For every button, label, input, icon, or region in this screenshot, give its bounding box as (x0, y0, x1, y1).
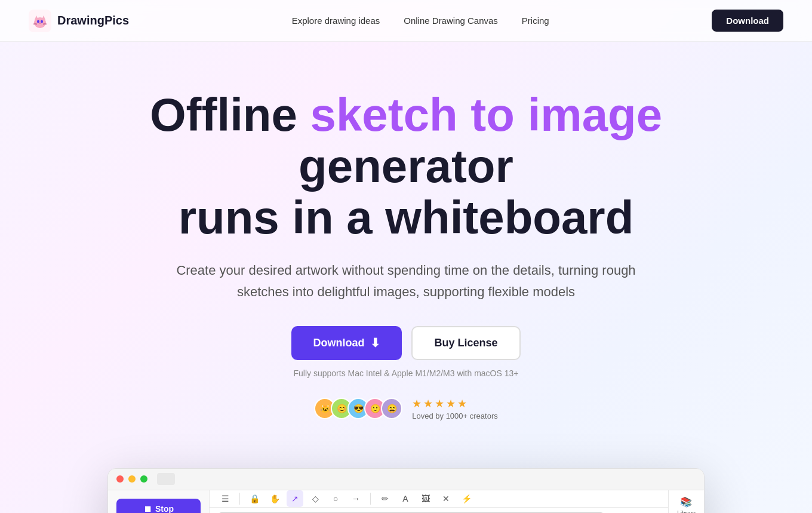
toolbar-circle-icon[interactable]: ○ (327, 490, 344, 507)
app-right-panel: 📚 Library (668, 490, 704, 513)
titlebar-close-dot (116, 475, 124, 483)
hero-title-plain: Offline (150, 88, 310, 141)
toolbar-lock-icon[interactable]: 🔒 (246, 490, 263, 507)
hero-download-button[interactable]: Download ⬇ (291, 326, 402, 360)
navbar: DrawingPics Explore drawing ideas Online… (0, 0, 812, 42)
app-sidebar: ⏹ Stop Mode ⓘ Draw Fast Aa ○ ∿∿∿ (108, 490, 210, 513)
nav-canvas[interactable]: Online Drawing Canvas (404, 16, 498, 26)
hero-subtitle: Create your desired artwork without spen… (173, 260, 639, 302)
toolbar-sep-1 (239, 493, 240, 505)
toolbar-arrow-icon[interactable]: → (347, 490, 364, 507)
hero-section: Offline sketch to image generator runs i… (0, 42, 812, 444)
toolbar-select-icon[interactable]: ↗ (287, 490, 303, 507)
svg-point-5 (41, 20, 43, 23)
nav-pricing[interactable]: Pricing (522, 16, 549, 26)
nav-links: Explore drawing ideas Online Drawing Can… (292, 16, 549, 26)
stop-icon: ⏹ (143, 504, 152, 513)
toolbar-pen-icon[interactable]: ✏ (377, 490, 393, 507)
toolbar-hand-icon[interactable]: ✋ (266, 490, 283, 507)
stop-button[interactable]: ⏹ Stop (116, 499, 201, 513)
star-rating: ★ ★ ★ ★ ★ (412, 397, 467, 410)
app-titlebar (108, 469, 704, 490)
nav-download-button[interactable]: Download (712, 10, 783, 32)
prompt-bar: a white cat ⚙ Manual (210, 508, 668, 513)
titlebar-icon (157, 473, 175, 485)
toolbar-text-icon[interactable]: A (397, 490, 414, 507)
svg-point-6 (39, 23, 41, 24)
stars-loved: ★ ★ ★ ★ ★ Loved by 1000+ creators (412, 397, 497, 420)
titlebar-minimize-dot (128, 475, 136, 483)
download-label: Download (313, 337, 364, 349)
app-body: ⏹ Stop Mode ⓘ Draw Fast Aa ○ ∿∿∿ ☰ (108, 490, 704, 513)
toolbar-sep-2 (370, 493, 371, 505)
hero-title-line3: runs in a whiteboard (179, 191, 634, 244)
stop-label: Stop (155, 504, 174, 513)
toolbar-lightning-icon[interactable]: ⚡ (458, 490, 475, 507)
titlebar-maximize-dot (140, 475, 147, 483)
library-icon: 📚 (680, 496, 692, 508)
logo-text: DrawingPics (57, 14, 129, 27)
svg-point-4 (37, 20, 39, 23)
social-proof: 🐱 😊 😎 🙂 😄 ★ ★ ★ ★ ★ Loved by 1000+ creat… (24, 397, 788, 420)
library-button[interactable]: 📚 Library (677, 496, 696, 513)
toolbar-image-icon[interactable]: 🖼 (417, 490, 434, 507)
logo[interactable]: DrawingPics (29, 10, 129, 32)
app-screenshot: ⏹ Stop Mode ⓘ Draw Fast Aa ○ ∿∿∿ ☰ (107, 468, 705, 513)
app-canvas-area: ☰ 🔒 ✋ ↗ ◇ ○ → ✏ A 🖼 ✕ ⚡ a white cat ⚙ (210, 490, 668, 513)
canvas-toolbar: ☰ 🔒 ✋ ↗ ◇ ○ → ✏ A 🖼 ✕ ⚡ (210, 490, 668, 508)
star-5: ★ (457, 397, 467, 410)
logo-icon (29, 10, 51, 32)
star-4: ★ (446, 397, 456, 410)
toolbar-menu-icon[interactable]: ☰ (217, 490, 233, 507)
nav-explore[interactable]: Explore drawing ideas (292, 16, 380, 26)
hero-title-line2: generator (299, 140, 513, 192)
hero-title-highlight: sketch to image (310, 88, 663, 141)
star-2: ★ (423, 397, 433, 410)
toolbar-diamond-icon[interactable]: ◇ (307, 490, 324, 507)
avatar-5: 😄 (381, 398, 402, 419)
avatars: 🐱 😊 😎 🙂 😄 (314, 398, 402, 419)
library-label: Library (677, 510, 696, 513)
star-3: ★ (435, 397, 444, 410)
hero-title: Offline sketch to image generator runs i… (24, 90, 788, 243)
hero-license-button[interactable]: Buy License (411, 326, 520, 360)
loved-text: Loved by 1000+ creators (412, 411, 497, 420)
star-1: ★ (412, 397, 422, 410)
hero-buttons: Download ⬇ Buy License (24, 326, 788, 360)
download-icon: ⬇ (370, 336, 380, 350)
hero-support-text: Fully supports Mac Intel & Apple M1/M2/M… (24, 368, 788, 378)
toolbar-eraser-icon[interactable]: ✕ (438, 490, 454, 507)
